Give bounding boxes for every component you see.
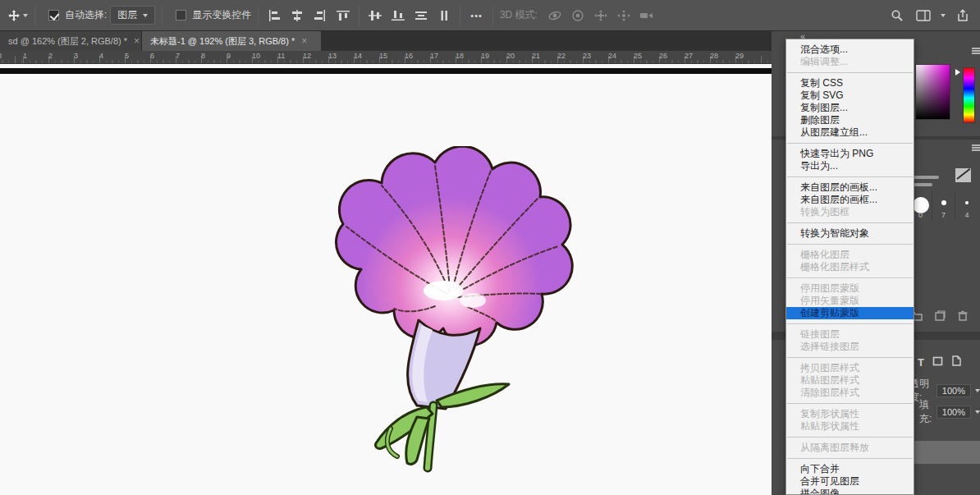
menu-item[interactable]: 从图层建立组... bbox=[786, 126, 914, 139]
menu-item[interactable]: 删除图层 bbox=[786, 114, 914, 126]
menu-separator bbox=[786, 139, 914, 148]
color-saturation-square[interactable] bbox=[915, 64, 950, 120]
3d-camera-icon bbox=[638, 7, 656, 24]
chevron-down-icon[interactable] bbox=[975, 410, 980, 414]
menu-item: 从隔离图层释放 bbox=[786, 442, 914, 454]
ruler-number: 16 bbox=[405, 52, 413, 60]
menu-item[interactable]: 合并可见图层 bbox=[786, 475, 914, 488]
toolbar-divider bbox=[34, 6, 35, 25]
close-icon[interactable]: × bbox=[134, 35, 140, 47]
hue-pointer-icon bbox=[955, 69, 960, 76]
menu-item[interactable]: 复制 CSS bbox=[786, 77, 914, 89]
ruler-number: 27 bbox=[685, 52, 693, 60]
menu-item[interactable]: 导出为... bbox=[786, 160, 914, 172]
filter-shape-layers-icon[interactable] bbox=[932, 355, 943, 369]
workspace-switcher-icon[interactable] bbox=[914, 7, 932, 24]
align-vertical-centers-icon[interactable] bbox=[366, 7, 384, 24]
ruler-number: 23 bbox=[583, 52, 591, 60]
toolbar-divider bbox=[359, 6, 359, 25]
document-tabs: sd @ 162% (图层 2, RGB/8) * × 未标题-1 @ 192%… bbox=[0, 31, 772, 51]
align-right-edges-icon[interactable] bbox=[311, 7, 329, 24]
move-tool-icon[interactable] bbox=[5, 7, 23, 24]
3d-pan-icon bbox=[592, 7, 610, 24]
workspace-chevron-icon[interactable] bbox=[941, 14, 946, 17]
pencil-icon[interactable] bbox=[955, 168, 971, 182]
menu-item: 链接图层 bbox=[786, 328, 914, 341]
close-icon[interactable]: × bbox=[301, 35, 307, 47]
mode-3d-label: 3D 模式: bbox=[500, 8, 538, 22]
fill-value[interactable]: 100% bbox=[936, 406, 971, 419]
menu-item[interactable]: 来自图层的画框... bbox=[786, 194, 914, 206]
ruler-number: 7 bbox=[176, 52, 180, 60]
menu-item[interactable]: 混合选项... bbox=[786, 44, 914, 56]
menu-separator bbox=[786, 172, 914, 181]
morning-glory-artwork bbox=[312, 146, 591, 474]
brush-preset[interactable]: 4 bbox=[955, 190, 978, 220]
menu-item: 栅格化图层 bbox=[786, 249, 914, 261]
ruler-number: 24 bbox=[608, 52, 616, 60]
menu-item[interactable]: 快速导出为 PNG bbox=[786, 148, 914, 160]
trash-icon[interactable] bbox=[957, 310, 969, 321]
ruler-number: 11 bbox=[277, 52, 285, 60]
menu-separator bbox=[786, 319, 914, 328]
menu-item: 停用矢量蒙版 bbox=[786, 295, 914, 307]
canvas[interactable] bbox=[0, 64, 772, 495]
opacity-value[interactable]: 100% bbox=[936, 384, 971, 397]
ruler-number: 18 bbox=[456, 52, 464, 60]
distribute-vertical-icon[interactable] bbox=[435, 7, 453, 24]
align-bottom-edges-icon[interactable] bbox=[389, 7, 407, 24]
menu-item[interactable]: 拼合图像 bbox=[786, 488, 914, 495]
toolbar-divider bbox=[258, 6, 259, 25]
hue-strip[interactable] bbox=[963, 67, 975, 123]
brush-panel-menu-icon[interactable] bbox=[972, 144, 980, 151]
menu-item[interactable]: 转换为智能对象 bbox=[786, 227, 914, 240]
distribute-horizontal-icon[interactable] bbox=[412, 7, 430, 24]
fill-row: 填充: 100% bbox=[919, 398, 980, 426]
align-horizontal-centers-icon[interactable] bbox=[288, 7, 306, 24]
layer-filter-row: T bbox=[918, 355, 980, 369]
panel-action-row bbox=[909, 310, 980, 321]
options-bar: 自动选择: 图层 显示变换控件 bbox=[0, 0, 980, 31]
ruler-number: 20 bbox=[506, 52, 515, 60]
brush-presets: 0 7 4 bbox=[909, 190, 980, 220]
more-options-button[interactable]: ••• bbox=[467, 11, 486, 21]
menu-item: 编辑调整... bbox=[786, 56, 914, 68]
share-icon[interactable] bbox=[954, 7, 972, 24]
fill-label: 填充: bbox=[919, 398, 932, 426]
selected-layer-row[interactable] bbox=[911, 441, 980, 464]
layer-context-menu: 混合选项...编辑调整...复制 CSS复制 SVG复制图层...删除图层从图层… bbox=[785, 39, 914, 495]
ruler-number: 0 bbox=[0, 52, 2, 60]
menu-item[interactable]: 复制 SVG bbox=[786, 89, 914, 102]
menu-item[interactable]: 创建剪贴蒙版 bbox=[786, 307, 914, 319]
brush-preset[interactable]: 7 bbox=[932, 190, 955, 220]
menu-item[interactable]: 向下合并 bbox=[786, 463, 914, 475]
auto-select-dropdown[interactable]: 图层 bbox=[110, 6, 155, 25]
menu-item: 复制形状属性 bbox=[786, 408, 914, 420]
ruler-number: 29 bbox=[735, 52, 744, 60]
3d-roll-icon bbox=[569, 7, 587, 24]
tab-document-2[interactable]: 未标题-1 @ 192% (图层 3, RGB/8) * × bbox=[142, 31, 321, 51]
brush-tip-icon bbox=[941, 200, 946, 205]
tab-title: 未标题-1 @ 192% (图层 3, RGB/8) * bbox=[150, 35, 295, 48]
tab-title: sd @ 162% (图层 2, RGB/8) * bbox=[8, 35, 127, 48]
chevron-down-icon[interactable] bbox=[975, 389, 980, 392]
new-layer-icon[interactable] bbox=[934, 310, 946, 321]
auto-select-checkbox[interactable] bbox=[48, 10, 59, 21]
ruler-number: 8 bbox=[201, 52, 205, 60]
toolbar-divider bbox=[162, 6, 163, 25]
filter-smart-object-icon[interactable] bbox=[951, 355, 962, 369]
menu-item[interactable]: 复制图层... bbox=[786, 102, 914, 114]
menu-item: 拷贝图层样式 bbox=[786, 362, 914, 374]
align-left-edges-icon[interactable] bbox=[265, 7, 283, 24]
filter-text-layers-icon[interactable]: T bbox=[918, 356, 924, 369]
align-top-edges-icon[interactable] bbox=[334, 7, 352, 24]
color-panel-menu-icon[interactable] bbox=[972, 48, 980, 54]
search-icon[interactable] bbox=[888, 7, 906, 24]
auto-select-label: 自动选择: bbox=[65, 8, 107, 22]
show-transform-checkbox[interactable] bbox=[176, 10, 186, 21]
chevron-down-icon bbox=[143, 14, 148, 17]
move-tool-chevron-icon[interactable] bbox=[23, 14, 28, 17]
menu-item[interactable]: 来自图层的画板... bbox=[786, 181, 914, 194]
menu-item: 停用图层蒙版 bbox=[786, 282, 914, 295]
tab-document-1[interactable]: sd @ 162% (图层 2, RGB/8) * × bbox=[0, 31, 142, 51]
